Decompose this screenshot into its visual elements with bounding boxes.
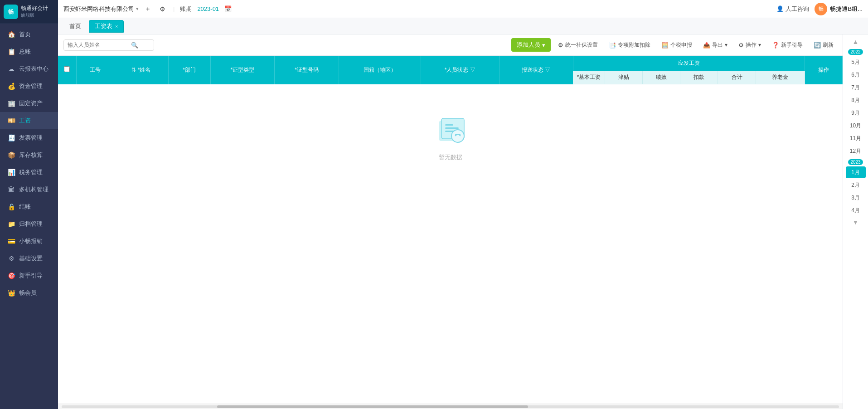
sidebar-item-salary[interactable]: 💴 工资: [0, 112, 58, 129]
sidebar-item-label: 结账: [19, 203, 31, 211]
svg-point-6: [455, 134, 457, 136]
month-202303[interactable]: 3月: [846, 192, 866, 204]
sidebar-item-invoice[interactable]: 🧾 发票管理: [0, 129, 58, 146]
month-202210[interactable]: 10月: [846, 120, 866, 131]
close-icon: 🔒: [7, 203, 15, 210]
sidebar-item-settings[interactable]: ⚙ 基础设置: [0, 250, 58, 267]
empty-state: 暂无数据: [58, 84, 843, 189]
special-deduction-button[interactable]: 📑 专项附加扣除: [605, 39, 654, 51]
sidebar-item-close[interactable]: 🔒 结账: [0, 198, 58, 215]
sidebar-item-label: 归档管理: [19, 220, 43, 228]
deduction-label: 专项附加扣除: [618, 41, 650, 49]
month-202304[interactable]: 4月: [846, 204, 866, 216]
add-person-button[interactable]: 添加人员 ▾: [511, 38, 551, 52]
select-all-checkbox[interactable]: [64, 66, 70, 72]
sidebar-item-label: 工资: [19, 117, 31, 125]
export-button[interactable]: 📤 导出 ▾: [699, 39, 731, 51]
th-perf: 绩效: [642, 71, 680, 84]
service-icon: 👤: [776, 5, 784, 12]
sidebar-item-asset[interactable]: 🏢 固定资产: [0, 95, 58, 112]
table-wrap: 工号 ⇅ *姓名 *部门 *证型类型 *证型号码 国籍（地区） *人员状态 ▽: [58, 56, 843, 404]
search-icon: 🔍: [131, 42, 138, 49]
company-name: 西安虾米网络科技有限公司: [63, 5, 134, 13]
expense-icon: 💳: [7, 238, 15, 245]
month-202301[interactable]: 1月: [846, 166, 866, 178]
horizontal-scrollbar[interactable]: [58, 404, 843, 409]
app-logo-text: 畅通好会计 旗舰版: [21, 5, 48, 19]
sidebar-item-multi-org[interactable]: 🏛 多机构管理: [0, 181, 58, 198]
tab-salary-tab[interactable]: 工资表×: [89, 20, 124, 33]
calendar-icon[interactable]: 📅: [224, 5, 232, 12]
date-panel-next-icon[interactable]: ▼: [850, 217, 861, 228]
sidebar-item-home[interactable]: 🏠 首页: [0, 26, 58, 43]
date-panel-prev-icon[interactable]: ▲: [850, 36, 861, 47]
sidebar-item-guide[interactable]: 🎯 新手引导: [0, 267, 58, 284]
sidebar-item-label: 首页: [19, 30, 31, 39]
th-basic: *基本工资: [573, 71, 605, 84]
year-2022-badge: 2022: [848, 49, 863, 55]
period-label: 账期: [180, 5, 192, 13]
social-insurance-button[interactable]: ⚙ 统一社保设置: [554, 39, 601, 51]
sidebar-item-label: 税务管理: [19, 168, 43, 176]
month-202205[interactable]: 5月: [846, 56, 866, 68]
sidebar-item-expense[interactable]: 💳 小畅报销: [0, 233, 58, 250]
company-selector[interactable]: 西安虾米网络科技有限公司 ▾: [63, 5, 139, 13]
month-202206[interactable]: 6月: [846, 69, 866, 81]
settings-button[interactable]: ⚙: [157, 4, 168, 15]
action-button[interactable]: ⚙ 操作 ▾: [735, 39, 765, 51]
sidebar-item-label: 小畅报销: [19, 237, 43, 245]
salary-table: 工号 ⇅ *姓名 *部门 *证型类型 *证型号码 国籍（地区） *人员状态 ▽: [58, 56, 843, 84]
month-202302[interactable]: 2月: [846, 179, 866, 191]
month-202212[interactable]: 12月: [846, 145, 866, 157]
sidebar-item-cloud-report[interactable]: ☁ 云报表中心: [0, 60, 58, 78]
user-name: 畅捷通B组...: [830, 5, 863, 13]
sidebar-item-archive[interactable]: 📁 归档管理: [0, 215, 58, 233]
add-person-label: 添加人员: [517, 41, 540, 49]
service-label: 人工咨询: [786, 5, 809, 13]
sidebar-item-inventory[interactable]: 📦 库存核算: [0, 146, 58, 164]
sidebar-item-member[interactable]: 👑 畅会员: [0, 284, 58, 302]
svg-rect-3: [445, 127, 459, 129]
sidebar-item-label: 资金管理: [19, 82, 43, 90]
month-202211[interactable]: 11月: [846, 132, 866, 144]
sidebar-item-label: 固定资产: [19, 99, 43, 107]
svg-rect-2: [445, 124, 453, 126]
add-company-button[interactable]: ＋: [142, 4, 153, 15]
tab-home-tab[interactable]: 首页: [63, 20, 87, 33]
month-202208[interactable]: 8月: [846, 94, 866, 106]
sidebar-item-label: 多机构管理: [19, 185, 48, 194]
refresh-button[interactable]: 🔄 刷新: [810, 39, 837, 51]
tab-label: 首页: [69, 22, 81, 30]
app-logo-icon: 畅: [4, 5, 18, 19]
deduction-icon: 📑: [609, 42, 616, 49]
settings-icon: ⚙: [7, 255, 15, 262]
ledger-icon: 📋: [7, 48, 15, 55]
month-202207[interactable]: 7月: [846, 82, 866, 93]
search-wrap[interactable]: 🔍: [63, 39, 154, 51]
personal-tax-button[interactable]: 🧮 个税申报: [658, 39, 696, 51]
invoice-icon: 🧾: [7, 134, 15, 141]
customer-service-button[interactable]: 👤 人工咨询: [776, 5, 809, 13]
user-avatar: 畅: [815, 3, 827, 15]
tab-close-icon[interactable]: ×: [115, 24, 118, 29]
th-checkbox[interactable]: [58, 56, 76, 84]
sidebar-logo: 畅 畅通好会计 旗舰版: [0, 0, 58, 24]
sidebar-item-label: 总账: [19, 48, 31, 56]
th-name[interactable]: ⇅ *姓名: [114, 56, 168, 84]
th-report-status[interactable]: 报送状态 ▽: [499, 56, 573, 84]
sidebar-item-ledger[interactable]: 📋 总账: [0, 43, 58, 60]
th-status[interactable]: *人员状态 ▽: [421, 56, 499, 84]
scroll-track: [62, 405, 839, 408]
scroll-thumb[interactable]: [217, 405, 528, 408]
sidebar-item-fund[interactable]: 💰 资金管理: [0, 78, 58, 95]
month-202209[interactable]: 9月: [846, 107, 866, 119]
th-id-type: *证型类型: [210, 56, 275, 84]
toolbar-right: 添加人员 ▾ ⚙ 统一社保设置 📑 专项附加扣除 🧮 个税申报: [511, 38, 837, 52]
search-input[interactable]: [68, 42, 131, 48]
guide-button[interactable]: ❓ 新手引导: [768, 39, 806, 51]
sidebar-item-tax[interactable]: 📊 税务管理: [0, 164, 58, 181]
sidebar-item-label: 基础设置: [19, 254, 43, 263]
separator: |: [173, 5, 175, 12]
user-menu[interactable]: 畅 畅捷通B组...: [815, 3, 863, 15]
sidebar-item-label: 发票管理: [19, 134, 43, 142]
